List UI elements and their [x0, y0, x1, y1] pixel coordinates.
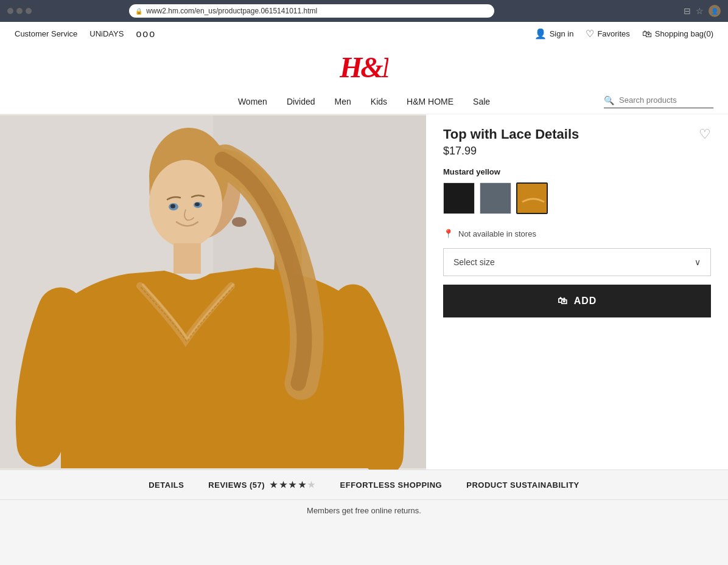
nav-kids[interactable]: Kids — [371, 92, 387, 111]
free-returns-banner: Members get free online returns. — [0, 499, 728, 521]
minimize-dot — [16, 8, 23, 14]
nav-women[interactable]: Women — [238, 92, 267, 111]
search-icon: 🔍 — [604, 95, 614, 105]
utility-bar: Customer Service UNiDAYS ooo 👤 Sign in ♡… — [0, 22, 728, 46]
svg-point-11 — [232, 217, 247, 227]
search-area[interactable]: 🔍 — [604, 95, 713, 108]
utility-right: 👤 Sign in ♡ Favorites 🛍 Shopping bag(0) — [534, 28, 713, 40]
search-input[interactable] — [619, 95, 704, 105]
color-label: Mustard yellow — [443, 167, 711, 176]
product-area: Top with Lace Details ♡ $17.99 Mustard y… — [0, 114, 728, 470]
url-text: www2.hm.com/en_us/productpage.0615141011… — [146, 7, 317, 15]
close-dot — [7, 8, 13, 14]
nav-hm-home[interactable]: H&M HOME — [407, 92, 453, 111]
size-label: Select size — [453, 257, 495, 267]
bag-icon: 🛍 — [642, 29, 652, 40]
pin-icon: 📍 — [443, 229, 453, 238]
bookmark-icon[interactable]: ☆ — [696, 6, 704, 16]
svg-rect-12 — [444, 183, 475, 214]
nav-sale[interactable]: Sale — [473, 92, 490, 111]
product-header: Top with Lace Details ♡ — [443, 127, 711, 142]
reviews-stars: ★ ★ ★ ★ ★ — [270, 480, 316, 490]
browser-window-controls — [7, 8, 32, 14]
unidays-link[interactable]: UNiDAYS — [89, 29, 124, 38]
shopping-bag-button[interactable]: 🛍 Shopping bag(0) — [642, 29, 713, 40]
star-2: ★ — [279, 480, 288, 490]
person-icon: 👤 — [534, 28, 547, 40]
size-selector[interactable]: Select size ∨ — [443, 248, 711, 276]
availability-text: Not available in stores — [458, 229, 536, 238]
main-nav: Women Divided Men Kids H&M HOME Sale 🔍 — [0, 87, 728, 114]
nav-items: Women Divided Men Kids H&M HOME Sale — [238, 92, 490, 111]
store-availability: 📍 Not available in stores — [443, 224, 711, 238]
sign-in-button[interactable]: 👤 Sign in — [534, 28, 574, 40]
bottom-tabs: DETAILS REVIEWS (57) ★ ★ ★ ★ ★ EFFORTLES… — [0, 470, 728, 499]
hm-logo[interactable]: H&M — [340, 50, 388, 85]
color-swatch-grey[interactable] — [480, 182, 511, 214]
add-button-label: ADD — [574, 296, 597, 307]
color-swatch-mustard[interactable] — [516, 182, 548, 214]
shopping-bag-icon: 🛍 — [558, 296, 568, 307]
address-bar[interactable]: 🔒 www2.hm.com/en_us/productpage.06151410… — [129, 4, 494, 18]
svg-text:H&M: H&M — [340, 51, 388, 81]
favorites-button[interactable]: ♡ Favorites — [586, 28, 629, 40]
svg-point-8 — [170, 204, 175, 209]
svg-rect-13 — [480, 183, 511, 214]
star-3: ★ — [289, 480, 297, 490]
add-to-bag-button[interactable]: 🛍 ADD — [443, 285, 711, 317]
star-4: ★ — [298, 480, 307, 490]
nav-men[interactable]: Men — [335, 92, 351, 111]
chevron-down-icon: ∨ — [695, 257, 701, 267]
favorites-label: Favorites — [597, 29, 629, 38]
tab-sustainability[interactable]: PRODUCT SUSTAINABILITY — [466, 480, 579, 490]
free-returns-text: Members get free online returns. — [307, 506, 421, 515]
utility-left: Customer Service UNiDAYS ooo — [15, 29, 156, 40]
profile-avatar[interactable]: 👤 — [709, 5, 721, 17]
color-swatch-black[interactable] — [443, 182, 475, 214]
lock-icon: 🔒 — [135, 8, 142, 15]
tab-reviews[interactable]: REVIEWS (57) ★ ★ ★ ★ ★ — [208, 480, 315, 490]
product-details: Top with Lace Details ♡ $17.99 Mustard y… — [426, 114, 728, 470]
svg-rect-10 — [173, 243, 201, 274]
tab-reviews-label: REVIEWS (57) — [208, 480, 265, 490]
logo-bar: H&M — [0, 46, 728, 87]
sign-in-label: Sign in — [550, 29, 574, 38]
color-swatches — [443, 182, 711, 214]
customer-service-link[interactable]: Customer Service — [15, 29, 77, 38]
heart-icon: ♡ — [586, 28, 594, 40]
tab-effortless-label: EFFORTLESS SHOPPING — [340, 480, 443, 490]
browser-chrome: 🔒 www2.hm.com/en_us/productpage.06151410… — [0, 0, 728, 22]
nav-divided[interactable]: Divided — [287, 92, 315, 111]
svg-point-9 — [195, 203, 200, 206]
tab-sustainability-label: PRODUCT SUSTAINABILITY — [466, 480, 579, 490]
shopping-bag-label: Shopping bag(0) — [655, 29, 713, 38]
product-image — [0, 114, 426, 470]
product-image-container — [0, 114, 426, 470]
product-wishlist-button[interactable]: ♡ — [699, 127, 711, 142]
page: Customer Service UNiDAYS ooo 👤 Sign in ♡… — [0, 22, 728, 521]
browser-actions: ⊟ ☆ 👤 — [684, 5, 721, 17]
svg-point-5 — [149, 160, 222, 248]
tab-details[interactable]: DETAILS — [149, 480, 184, 490]
product-title: Top with Lace Details — [443, 127, 689, 142]
tab-details-label: DETAILS — [149, 480, 184, 490]
star-5: ★ — [307, 480, 316, 490]
more-options[interactable]: ooo — [136, 29, 156, 40]
translate-icon[interactable]: ⊟ — [684, 6, 691, 16]
product-price: $17.99 — [443, 145, 711, 158]
tab-effortless-shopping[interactable]: EFFORTLESS SHOPPING — [340, 480, 443, 490]
star-1: ★ — [270, 480, 278, 490]
maximize-dot — [26, 8, 32, 14]
